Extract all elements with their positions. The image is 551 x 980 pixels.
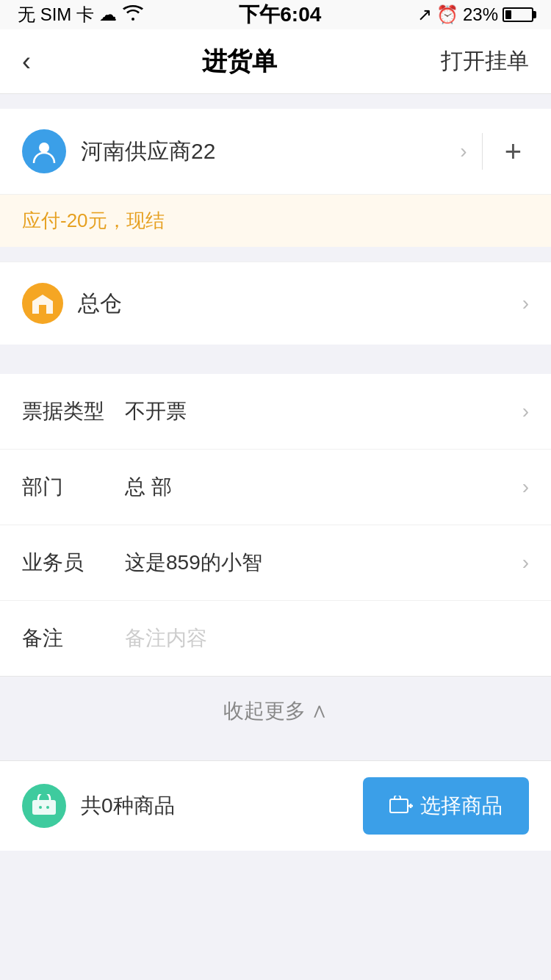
status-bar: 无 SIM 卡 ☁ 下午6:04 ↗ ⏰ 23% <box>0 0 551 29</box>
add-supplier-button[interactable]: + <box>497 135 529 168</box>
product-count: 共0种商品 <box>81 792 363 820</box>
dept-value: 总 部 <box>110 473 522 501</box>
invoice-row[interactable]: 票据类型 不开票 › <box>0 374 551 450</box>
remark-label: 备注 <box>22 624 110 652</box>
product-icon <box>22 784 66 828</box>
section-gap-2 <box>0 247 551 262</box>
invoice-value: 不开票 <box>110 397 522 425</box>
wifi-icon <box>123 4 143 25</box>
sim-label: 无 SIM 卡 ☁ <box>18 3 117 26</box>
svg-rect-1 <box>39 305 46 314</box>
invoice-label: 票据类型 <box>22 397 110 425</box>
select-product-button[interactable]: 选择商品 <box>363 777 529 835</box>
nav-bar: ‹ 进货单 打开挂单 <box>0 29 551 94</box>
collapse-label: 收起更多 ∧ <box>223 699 328 722</box>
supplier-avatar <box>22 129 66 173</box>
chevron-right-icon: › <box>460 140 467 163</box>
svg-rect-2 <box>32 800 56 815</box>
status-right: ↗ ⏰ 23% <box>417 4 533 25</box>
invoice-chevron-icon: › <box>522 400 529 423</box>
warehouse-name: 总仓 <box>78 289 522 319</box>
form-section: 票据类型 不开票 › 部门 总 部 › 业务员 这是859的小智 › 备注 备注… <box>0 374 551 676</box>
dept-row[interactable]: 部门 总 部 › <box>0 450 551 525</box>
dept-label: 部门 <box>22 473 110 501</box>
dept-chevron-icon: › <box>522 475 529 499</box>
bottom-bar: 共0种商品 选择商品 <box>0 760 551 851</box>
battery-icon <box>503 7 533 22</box>
section-gap-1 <box>0 94 551 109</box>
location-icon: ↗ <box>417 4 432 25</box>
svg-point-3 <box>39 806 42 809</box>
staff-row[interactable]: 业务员 这是859的小智 › <box>0 525 551 601</box>
section-gap-3 <box>0 345 551 359</box>
svg-point-4 <box>46 806 49 809</box>
remark-input[interactable]: 备注内容 <box>110 624 529 652</box>
svg-point-0 <box>39 143 49 153</box>
page-rest <box>0 851 551 980</box>
supplier-name: 河南供应商22 <box>81 137 460 167</box>
remark-row[interactable]: 备注 备注内容 <box>0 601 551 676</box>
status-time: 下午6:04 <box>239 1 321 29</box>
warehouse-row[interactable]: 总仓 › <box>0 262 551 345</box>
collapse-button[interactable]: 收起更多 ∧ <box>0 676 551 746</box>
staff-chevron-icon: › <box>522 551 529 574</box>
staff-label: 业务员 <box>22 549 110 577</box>
warehouse-section: 总仓 › <box>0 262 551 345</box>
warehouse-chevron-icon: › <box>522 292 529 315</box>
notice-banner: 应付-20元，现结 <box>0 195 551 247</box>
back-button[interactable]: ‹ <box>22 39 38 84</box>
select-product-label: 选择商品 <box>420 792 503 820</box>
svg-rect-5 <box>390 799 408 813</box>
page-title: 进货单 <box>202 45 277 79</box>
supplier-divider <box>482 133 483 170</box>
open-pending-button[interactable]: 打开挂单 <box>441 46 529 76</box>
supplier-section: 河南供应商22 › + 应付-20元，现结 <box>0 109 551 247</box>
status-left: 无 SIM 卡 ☁ <box>18 3 143 26</box>
staff-value: 这是859的小智 <box>110 549 522 577</box>
alarm-icon: ⏰ <box>436 4 458 25</box>
notice-text: 应付-20元，现结 <box>22 209 165 231</box>
supplier-row[interactable]: 河南供应商22 › + <box>0 109 551 195</box>
battery-percent: 23% <box>463 4 498 25</box>
warehouse-icon <box>22 283 63 324</box>
